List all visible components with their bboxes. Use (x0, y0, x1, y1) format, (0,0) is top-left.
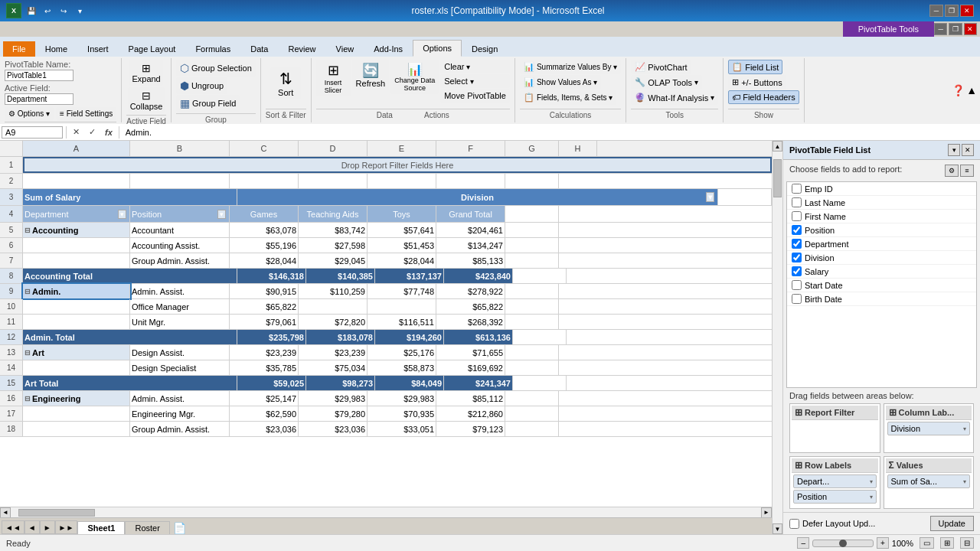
cell-C7[interactable]: $28,044 (230, 253, 299, 268)
tab-design[interactable]: Design (462, 41, 508, 57)
cell-E14[interactable]: $58,873 (368, 360, 436, 375)
cell-E12[interactable]: $194,260 (375, 330, 444, 344)
field-list-button[interactable]: 📋 Field List (728, 60, 782, 74)
cell-G11[interactable] (505, 315, 559, 329)
tab-options[interactable]: Options (413, 40, 462, 57)
cell-D15[interactable]: $98,273 (306, 376, 375, 390)
cell-C12[interactable]: $235,798 (237, 330, 306, 344)
cell-A12[interactable]: Admin. Total (23, 330, 237, 344)
sum-salary-chip-menu[interactable]: ▾ (963, 478, 966, 485)
cell-B2[interactable] (130, 174, 230, 188)
cell-F16[interactable]: $85,112 (436, 391, 505, 406)
cell-G9[interactable] (505, 284, 559, 298)
sheet-nav-left[interactable]: ◄ (24, 520, 40, 534)
cell-D10[interactable] (299, 299, 368, 314)
ribbon-help-btn[interactable]: ❓ (952, 84, 965, 96)
col-header-E[interactable]: E (368, 141, 436, 156)
cell-G4[interactable] (505, 206, 559, 222)
collapse-icon-16[interactable]: ⊟ (24, 395, 31, 403)
confirm-formula-icon[interactable]: ✓ (86, 127, 99, 137)
row-7[interactable]: 7 Group Admin. Assist. $28,044 $29,045 $… (0, 253, 772, 269)
defer-checkbox[interactable] (789, 519, 799, 529)
cell-B18[interactable]: Group Admin. Assist. (130, 422, 230, 436)
h-scrollbar[interactable]: ◄ ► (0, 507, 772, 517)
zoom-out-btn[interactable]: – (797, 537, 809, 549)
field-last-name[interactable]: Last Name (787, 196, 976, 210)
cell-D14[interactable]: $75,034 (299, 360, 368, 375)
customize-btn[interactable]: ▾ (73, 5, 87, 17)
rownum-9[interactable]: 9 (0, 284, 23, 298)
sheet-tab-sheet1[interactable]: Sheet1 (77, 521, 125, 534)
cell-E4[interactable]: Toys (368, 206, 436, 222)
cell-C11[interactable]: $79,061 (230, 315, 299, 329)
row-16[interactable]: 16 ⊟ Engineering Admin. Assist. $25,147 … (0, 391, 772, 406)
row-12[interactable]: 12 Admin. Total $235,798 $183,078 $194,2… (0, 330, 772, 345)
cell-A11[interactable] (23, 315, 130, 329)
cell-B6[interactable]: Accounting Assist. (130, 238, 230, 253)
field-salary-checkbox[interactable] (792, 266, 802, 276)
cell-G10[interactable] (505, 299, 559, 314)
collapse-icon-5[interactable]: ⊟ (24, 227, 31, 234)
cell-G17[interactable] (505, 406, 559, 421)
field-emp-id[interactable]: Emp ID (787, 182, 976, 196)
cell-D4[interactable]: Teaching Aids (299, 206, 368, 222)
cell-A5[interactable]: ⊟ Accounting (23, 223, 130, 237)
cell-B7[interactable]: Group Admin. Assist. (130, 253, 230, 268)
active-field-input[interactable] (5, 93, 74, 105)
cell-F18[interactable]: $79,123 (436, 422, 505, 436)
cell-B16[interactable]: Admin. Assist. (130, 391, 230, 406)
change-data-source-button[interactable]: 📊 Change DataSource (390, 60, 439, 94)
cell-C13[interactable]: $23,239 (230, 345, 299, 360)
app-min-btn[interactable]: ─ (934, 23, 947, 35)
cell-G15[interactable] (513, 376, 567, 390)
cell-C8[interactable]: $146,318 (237, 269, 306, 283)
zoom-thumb[interactable] (839, 540, 847, 547)
area-report-filter[interactable]: ⊞ Report Filter (789, 403, 880, 453)
cell-F7[interactable]: $85,133 (436, 253, 505, 268)
cell-C18[interactable]: $23,036 (230, 422, 299, 436)
clear-button[interactable]: Clear ▾ (440, 60, 510, 73)
scroll-up-btn[interactable]: ▲ (773, 141, 782, 152)
save-btn[interactable]: 💾 (24, 5, 38, 17)
field-department-checkbox[interactable] (792, 239, 802, 249)
cell-E9[interactable]: $77,748 (368, 284, 436, 298)
cell-E15[interactable]: $84,049 (375, 376, 444, 390)
cell-A1[interactable]: Drop Report Filter Fields Here (23, 157, 772, 173)
cell-F4[interactable]: Grand Total (436, 206, 505, 222)
division-chip[interactable]: Division ▾ (887, 422, 971, 435)
group-selection-button[interactable]: ⬡ Group Selection (176, 60, 256, 77)
cell-F10[interactable]: $65,822 (436, 299, 505, 314)
restore-btn[interactable]: ❐ (945, 5, 959, 17)
scroll-right-btn[interactable]: ► (761, 507, 772, 518)
col-header-B[interactable]: B (130, 141, 230, 156)
sheet-nav-next[interactable]: ►► (55, 520, 78, 534)
area-column-labels[interactable]: ⊞ Column Lab... Division ▾ (884, 403, 975, 453)
position-chip-menu[interactable]: ▾ (870, 494, 873, 500)
cell-A9[interactable]: ⊟ Admin. (23, 284, 130, 298)
field-list-icon-2[interactable]: ≡ (960, 165, 974, 177)
close-btn[interactable]: ✕ (960, 5, 974, 17)
rownum-18[interactable]: 18 (0, 422, 23, 436)
cell-F13[interactable]: $71,655 (436, 345, 505, 360)
cell-B17[interactable]: Engineering Mgr. (130, 406, 230, 421)
cell-G14[interactable] (505, 360, 559, 375)
cell-C17[interactable]: $62,590 (230, 406, 299, 421)
cell-G18[interactable] (505, 422, 559, 436)
scroll-down-btn[interactable]: ▼ (773, 523, 782, 534)
expand-field-button[interactable]: ⊞ Expand (129, 60, 162, 86)
h-scroll-thumb[interactable] (18, 509, 95, 517)
field-start-date[interactable]: Start Date (787, 279, 976, 292)
insert-sheet-btn[interactable]: 📄 (170, 522, 186, 534)
cell-G8[interactable] (513, 269, 567, 283)
cell-D18[interactable]: $23,036 (299, 422, 368, 436)
cell-G2[interactable] (505, 174, 559, 188)
formula-input[interactable] (122, 128, 978, 137)
tab-formulas[interactable]: Formulas (185, 41, 240, 57)
tab-page-layout[interactable]: Page Layout (119, 41, 186, 57)
cell-A14[interactable] (23, 360, 130, 375)
cell-G16[interactable] (505, 391, 559, 406)
show-values-as-button[interactable]: 📊 Show Values As ▾ (520, 75, 601, 90)
cell-A6[interactable] (23, 238, 130, 253)
rownum-10[interactable]: 10 (0, 299, 23, 314)
cell-E7[interactable]: $28,044 (368, 253, 436, 268)
